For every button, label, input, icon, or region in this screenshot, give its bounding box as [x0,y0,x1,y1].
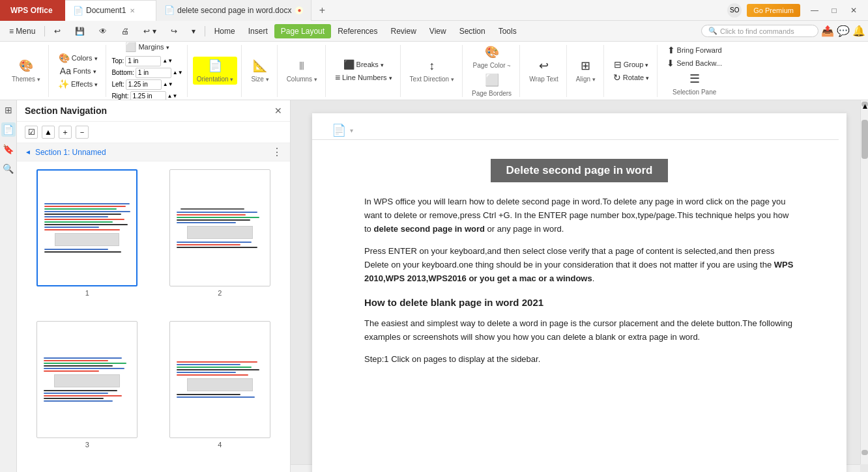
doc2-tab[interactable]: 📄 delete second page in word.docx ● [156,0,311,21]
go-premium-button[interactable]: Go Premium [747,4,800,17]
thumbnail-3[interactable]: 3 [25,321,150,465]
scroll-top-btn[interactable]: ▲ [861,102,868,107]
thumbnail-2[interactable]: 2 [158,169,283,313]
print-preview-button[interactable]: 👁 [93,24,113,38]
close-button[interactable]: ✕ [845,1,863,20]
text-direction-icon: ↕ [429,59,435,73]
doc1-tab[interactable]: 📄 Document1 ✕ [65,0,156,21]
section-nav-close-button[interactable]: ✕ [274,105,282,116]
redo-button[interactable]: ↪ [164,24,184,38]
section-1-more[interactable]: ⋮ [272,146,282,158]
redo-arrow[interactable]: ▾ [185,24,202,38]
size-button[interactable]: 📐 Size ▾ [247,57,272,85]
doc-para-2: Press ENTER on your keyboard,and then se… [364,245,794,285]
print-button[interactable]: 🖨 [115,24,136,38]
align-button[interactable]: ⊞ Align ▾ [572,57,600,85]
nav-remove-btn[interactable]: － [76,126,89,139]
wrap-text-button[interactable]: ↩ Wrap Text [525,57,562,85]
menu-view[interactable]: View [423,24,453,38]
margin-bottom-input[interactable] [136,68,171,78]
menu-references[interactable]: References [331,24,384,38]
thumbnail-box-1[interactable] [36,169,137,286]
thumbnails-area: 1 [17,161,290,472]
thumbnail-box-2[interactable] [169,169,270,286]
menu-divider-1 [44,26,45,36]
thumbnail-1[interactable]: 1 [25,169,150,313]
nav-add-btn[interactable]: ＋ [59,126,72,139]
doc-para-2-text: Press ENTER on your keyboard,and then se… [364,246,774,270]
margin-bottom-spinner[interactable]: ▲▼ [173,70,183,76]
margin-top-input[interactable] [125,56,161,66]
document-area[interactable]: ▲ 📄 ▾ Delete second page in word In WPS … [291,100,868,472]
selection-pane-button[interactable]: ☰ Selection Pane [669,70,720,98]
rotate-icon: ↻ [613,72,621,83]
margin-right-spinner[interactable]: ▲▼ [167,93,178,99]
section-1-item[interactable]: ◄ Section 1: Unnamed ⋮ [17,143,290,161]
wps-logo[interactable]: WPS Office [0,0,65,21]
rotate-button[interactable]: ↻ Rotate ▾ [609,71,653,84]
v-scroll-thumb[interactable] [861,120,868,159]
selection-pane-icon: ☰ [689,72,700,86]
sidebar-bookmarks-icon[interactable]: 🔖 [1,142,16,156]
thumbnail-4[interactable]: 4 [158,321,283,465]
sidebar-pages-icon[interactable]: 📄 [1,122,16,137]
margins-group: ⬜ Margins ▾ Top: ▲▼ Bottom: ▲▼ Left: ▲▼ … [108,45,187,97]
undo-button[interactable]: ↩ [48,24,67,38]
doc1-close[interactable]: ✕ [130,7,135,14]
group-icon: ⊟ [614,59,622,70]
scroll-bottom-btn[interactable] [861,450,868,455]
page-borders-button[interactable]: ⬜ Page Borders [468,71,515,99]
nav-up-btn[interactable]: ▲ [42,126,55,139]
margin-left-spinner[interactable]: ▲▼ [163,81,173,87]
vertical-scrollbar[interactable]: ▲ [860,100,868,464]
thumbnail-box-4[interactable] [169,321,270,438]
colors-button[interactable]: 🎨 Colors ▾ [55,51,102,64]
text-direction-button[interactable]: ↕ Text Direction ▾ [406,57,458,85]
margin-top-spinner[interactable]: ▲▼ [162,58,173,64]
bring-forward-button[interactable]: ⬆ Bring Forward [663,44,726,57]
menu-tools[interactable]: Tools [492,24,523,38]
sidebar-home-icon[interactable]: ⊞ [1,103,16,117]
page-doc-arrow: ▾ [350,127,353,134]
section-nav-panel: Section Navigation ✕ ☑ ▲ ＋ － ◄ Section 1… [17,100,291,472]
columns-group: ⫴ Columns ▾ [279,45,326,97]
send-backward-button[interactable]: ⬇ Send Backw... [663,57,726,70]
group-button[interactable]: ⊟ Group ▾ [610,58,653,71]
maximize-button[interactable]: □ [825,1,843,20]
comment-icon[interactable]: 💬 [837,25,850,37]
share-icon[interactable]: 📤 [821,25,834,37]
notification-icon[interactable]: 🔔 [852,25,865,37]
save-button[interactable]: 💾 [68,24,91,38]
breaks-button[interactable]: ⬛ Breaks ▾ [340,58,388,71]
themes-button[interactable]: 🎨 Themes ▾ [8,57,44,85]
margin-right-input[interactable] [130,91,166,101]
page-doc-icon: 📄 [332,123,346,137]
margins-button[interactable]: ⬜ Margins ▾ [121,42,173,53]
thumbnail-box-3[interactable] [36,321,137,438]
margin-left-input[interactable] [126,79,162,90]
fonts-button[interactable]: Aa Fonts ▾ [56,64,100,77]
rotate-group-group: ⊟ Group ▾ ↻ Rotate ▾ [605,45,658,97]
menu-section[interactable]: Section [453,24,492,38]
undo2-button[interactable]: ↩ ▾ [137,24,162,38]
text-direction-arrow: ▾ [451,76,454,83]
menu-home[interactable]: Home [208,24,242,38]
doc-para-3: The easiest and simplest way to delete a… [364,317,794,344]
menu-page-layout[interactable]: Page Layout [274,24,331,38]
sidebar-search-icon[interactable]: 🔍 [1,161,16,176]
nav-checkbox-btn[interactable]: ☑ [25,126,38,139]
search-bar[interactable]: 🔍 Click to find commands [701,25,818,37]
group-arrow: ▾ [645,62,648,68]
orientation-button[interactable]: 📄 Orientation ▾ [193,57,238,85]
menu-insert[interactable]: Insert [242,24,274,38]
menu-review[interactable]: Review [384,24,423,38]
page-color-button[interactable]: 🎨 Page Color ~ [469,43,515,71]
new-tab-button[interactable]: + [311,0,332,21]
wrap-text-icon: ↩ [539,59,549,73]
effects-button[interactable]: ✨ Effects ▾ [54,77,102,90]
columns-button[interactable]: ⫴ Columns ▾ [283,57,321,85]
menu-hamburger[interactable]: ≡ Menu [3,24,42,38]
line-numbers-button[interactable]: ≡ Line Numbers ▾ [331,71,396,84]
minimize-button[interactable]: — [805,1,824,20]
user-avatar[interactable]: SO [727,3,742,18]
